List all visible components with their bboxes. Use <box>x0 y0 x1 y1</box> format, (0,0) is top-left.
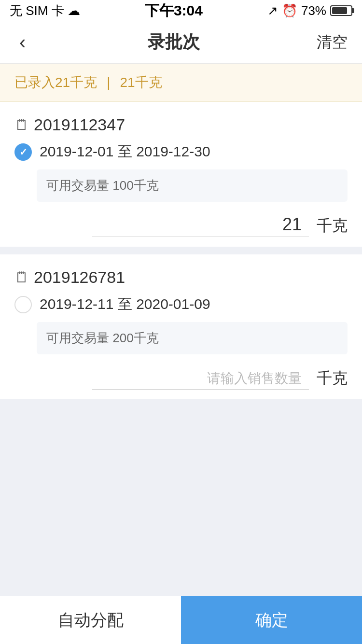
clear-button[interactable]: 清空 <box>317 32 348 53</box>
quantity-input-1[interactable] <box>92 214 309 235</box>
quantity-row-2: 千克 <box>0 362 362 399</box>
back-button[interactable]: ‹ <box>14 27 30 58</box>
batch-date-1: 2019-12-01 至 2019-12-30 <box>40 142 210 162</box>
page-title: 录批次 <box>148 30 200 54</box>
quantity-unit-1: 千克 <box>317 215 348 237</box>
quantity-row-1: 千克 <box>0 210 362 247</box>
recorded-label: 已录入21千克 <box>14 73 97 92</box>
auto-distribute-button[interactable]: 自动分配 <box>0 596 181 644</box>
batch-availability-1: 可用交易量 100千克 <box>37 169 348 202</box>
summary-banner: 已录入21千克 | 21千克 <box>0 64 362 102</box>
batch-card-2: 🗒 2019126781 2019-12-11 至 2020-01-09 可用交… <box>0 254 362 399</box>
batch-id-1: 2019112347 <box>34 115 125 134</box>
quantity-unit-2: 千克 <box>317 368 348 389</box>
batch-date-row-1[interactable]: 2019-12-01 至 2019-12-30 <box>0 138 362 166</box>
batch-date-row-2[interactable]: 2019-12-11 至 2020-01-09 <box>0 291 362 318</box>
batch-card-1: 🗒 2019112347 2019-12-01 至 2019-12-30 可用交… <box>0 102 362 247</box>
battery-icon <box>330 5 352 16</box>
nav-bar: ‹ 录批次 清空 <box>0 21 362 64</box>
batch-date-2: 2019-12-11 至 2020-01-09 <box>40 294 210 314</box>
batch-header-1: 🗒 2019112347 <box>0 102 362 138</box>
batch-header-2: 🗒 2019126781 <box>0 254 362 291</box>
summary-amount: 21千克 <box>120 73 162 92</box>
status-left: 无 SIM 卡 ☁ <box>10 2 80 19</box>
status-right: ↗ ⏰ 73% <box>267 3 352 18</box>
confirm-button[interactable]: 确定 <box>181 596 362 644</box>
radio-1[interactable] <box>14 143 32 161</box>
batch-id-2: 2019126781 <box>34 268 125 287</box>
bottom-bar: 自动分配 确定 <box>0 596 362 644</box>
doc-icon-2: 🗒 <box>14 269 29 286</box>
status-bar: 无 SIM 卡 ☁ 下午3:04 ↗ ⏰ 73% <box>0 0 362 21</box>
batch-availability-2: 可用交易量 200千克 <box>37 322 348 354</box>
location-icon: ↗ <box>267 3 278 18</box>
status-time: 下午3:04 <box>145 1 203 21</box>
sim-label: 无 SIM 卡 ☁ <box>10 2 80 19</box>
radio-2[interactable] <box>14 296 32 313</box>
quantity-underline-1[interactable] <box>92 214 309 237</box>
quantity-underline-2[interactable] <box>92 367 309 390</box>
summary-divider: | <box>107 75 110 90</box>
battery-percent: 73% <box>301 3 326 18</box>
quantity-input-2[interactable] <box>92 367 309 387</box>
alarm-icon: ⏰ <box>282 3 297 18</box>
batch-separator-1 <box>0 247 362 254</box>
doc-icon-1: 🗒 <box>14 117 29 133</box>
